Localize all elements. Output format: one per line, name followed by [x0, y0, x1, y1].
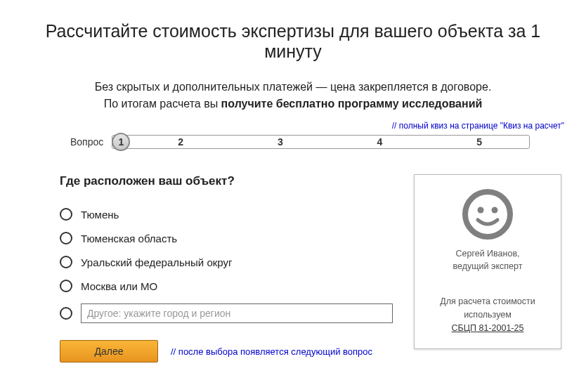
expert-name: Сергей Иванов, ведущий эксперт: [424, 248, 551, 273]
progress-step-5[interactable]: 5: [429, 136, 529, 148]
step-circle-current: 1: [112, 133, 130, 151]
progress-row: Вопрос 1 2 3 4 5: [18, 135, 568, 149]
svg-point-1: [478, 207, 484, 214]
svg-point-2: [492, 207, 498, 214]
option-row-other[interactable]: [60, 303, 393, 323]
option-label: Уральский федеральный округ: [81, 256, 232, 268]
progress-bar: 1 2 3 4 5: [112, 135, 530, 149]
expert-link[interactable]: СБЦП 81-2001-25: [452, 323, 524, 333]
option-label: Москва или МО: [81, 280, 157, 292]
subtitle-line-1: Без скрытых и дополнительных платежей — …: [18, 79, 568, 96]
after-choice-note: // после выбора появляется следующий воп…: [171, 346, 372, 357]
option-label: Тюменская область: [81, 233, 177, 244]
expert-card: Сергей Иванов, ведущий эксперт Для расче…: [414, 174, 561, 349]
svg-point-0: [465, 192, 510, 237]
progress-step-4[interactable]: 4: [330, 136, 430, 148]
option-row-2[interactable]: Тюменская область: [60, 232, 393, 244]
option-row-1[interactable]: Тюмень: [60, 208, 393, 221]
radio-icon[interactable]: [60, 256, 72, 268]
expert-info: Для расчета стоимости используем СБЦП 81…: [424, 295, 551, 334]
other-input[interactable]: [81, 303, 393, 323]
next-button[interactable]: Далее: [60, 340, 158, 362]
radio-icon[interactable]: [60, 307, 72, 320]
radio-icon[interactable]: [60, 232, 72, 244]
progress-step-3[interactable]: 3: [230, 136, 330, 148]
subtitle: Без скрытых и дополнительных платежей — …: [18, 79, 568, 112]
question-title: Где расположен ваш объект?: [60, 174, 393, 188]
radio-icon[interactable]: [60, 208, 72, 221]
subtitle-line-2: По итогам расчета вы получите бесплатно …: [18, 96, 568, 112]
progress-step-2[interactable]: 2: [131, 136, 230, 148]
quiz-note: // полный квиз на странице "Квиз на расч…: [18, 121, 568, 131]
option-label: Тюмень: [81, 209, 119, 221]
page-title: Рассчитайте стоимость экспертизы для ваш…: [18, 21, 568, 62]
progress-label: Вопрос: [70, 136, 103, 148]
option-row-4[interactable]: Москва или МО: [60, 280, 393, 292]
avatar-smiley-icon: [424, 188, 551, 241]
option-row-3[interactable]: Уральский федеральный округ: [60, 256, 393, 268]
radio-icon[interactable]: [60, 280, 72, 292]
